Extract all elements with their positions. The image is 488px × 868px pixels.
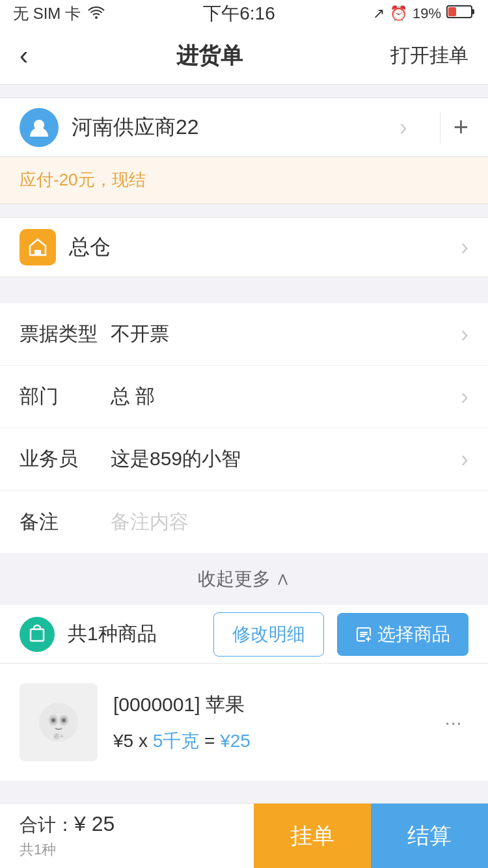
invoice-chevron [461,321,468,348]
notification-bar: 应付-20元，现结 [0,157,488,204]
page-title: 进货单 [176,41,243,71]
department-value: 总 部 [104,383,461,410]
svg-point-13 [52,719,55,722]
invoice-value: 不开票 [104,321,461,347]
supplier-name: 河南供应商22 [72,113,400,142]
total-count: 共1种 [20,840,234,860]
total-label: 合计： [20,815,74,835]
supplier-row[interactable]: 河南供应商22 + [0,98,488,157]
products-section: 共1种商品 修改明细 选择商品 睿+ [0,605,488,781]
invoice-label: 票据类型 [20,321,104,347]
product-price-line: ¥5 x 5千克 = ¥25 [113,729,438,753]
product-total: ¥25 [220,731,251,751]
battery-icon [446,5,475,23]
supplier-section: 河南供应商22 + 应付-20元，现结 [0,98,488,204]
section-gap-3 [0,277,488,290]
section-gap-1 [0,85,488,98]
total-row: 合计：¥ 25 [20,812,234,837]
bottom-total: 合计：¥ 25 共1种 [0,812,254,860]
open-pending-button[interactable]: 打开挂单 [390,42,468,69]
product-item: 睿+ [0000001] 苹果 ¥5 x 5千克 = ¥25 ··· [0,664,488,781]
products-icon [20,617,55,652]
remark-label: 备注 [20,509,104,536]
wifi-icon [87,5,105,23]
products-count: 共1种商品 [68,621,213,647]
salesperson-value: 这是859的小智 [104,446,461,472]
location-icon: ↗ [373,5,385,22]
modify-detail-button[interactable]: 修改明细 [213,612,324,657]
svg-rect-1 [472,9,474,14]
section-gap-2 [0,204,488,217]
products-header: 共1种商品 修改明细 选择商品 [0,605,488,664]
status-time: 下午6:16 [203,1,275,26]
salesperson-label: 业务员 [20,446,104,472]
warehouse-section: 总仓 [0,217,488,277]
warehouse-name: 总仓 [69,233,461,262]
product-thumbnail: 睿+ [20,683,98,761]
form-row-department[interactable]: 部门 总 部 [0,366,488,428]
form-section: 票据类型 不开票 部门 总 部 业务员 这是859的小智 备注 备注内容 [0,303,488,553]
department-label: 部门 [20,383,104,410]
status-left: 无 SIM 卡 [13,3,105,24]
department-chevron [461,383,468,411]
notification-text: 应付-20元，现结 [20,170,146,189]
form-row-salesperson[interactable]: 业务员 这是859的小智 [0,428,488,491]
back-button[interactable]: ‹ [20,41,28,70]
bottom-bar: 合计：¥ 25 共1种 挂单 结算 [0,803,488,868]
supplier-chevron [400,114,407,141]
select-product-label: 选择商品 [377,622,450,647]
sim-status: 无 SIM 卡 [13,3,81,24]
supplier-avatar [20,108,59,147]
warehouse-row[interactable]: 总仓 [0,218,488,277]
product-more-button[interactable]: ··· [438,704,468,741]
form-row-invoice[interactable]: 票据类型 不开票 [0,303,488,366]
warehouse-chevron [461,234,468,261]
remark-input[interactable]: 备注内容 [104,509,468,536]
status-bar: 无 SIM 卡 下午6:16 ↗ ⏰ 19% [0,0,488,27]
product-quantity: 5千克 [153,731,200,751]
checkout-button[interactable]: 结算 [371,804,488,869]
supplier-divider [440,111,441,144]
status-right: ↗ ⏰ 19% [373,5,475,23]
svg-point-14 [62,719,65,722]
product-unit-price: ¥5 x [113,731,153,751]
salesperson-chevron [461,446,468,473]
svg-rect-2 [448,7,456,16]
svg-text:睿+: 睿+ [53,733,64,740]
battery-percent: 19% [413,5,441,22]
warehouse-icon [20,229,56,265]
select-product-button[interactable]: 选择商品 [337,613,468,656]
collapse-label: 收起更多 ∧ [198,567,291,591]
hang-order-button[interactable]: 挂单 [254,804,371,869]
svg-rect-4 [34,250,41,255]
product-equals: = [199,731,220,751]
form-row-remark[interactable]: 备注 备注内容 [0,491,488,553]
nav-bar: ‹ 进货单 打开挂单 [0,27,488,85]
total-amount: ¥ 25 [74,812,115,835]
product-name: [0000001] 苹果 [113,692,438,718]
product-code: [0000001] 苹果 [113,694,245,715]
collapse-bar[interactable]: 收起更多 ∧ [0,553,488,605]
product-info: [0000001] 苹果 ¥5 x 5千克 = ¥25 [113,692,438,753]
alarm-icon: ⏰ [390,5,407,22]
add-supplier-button[interactable]: + [454,113,468,142]
svg-rect-5 [31,629,44,641]
